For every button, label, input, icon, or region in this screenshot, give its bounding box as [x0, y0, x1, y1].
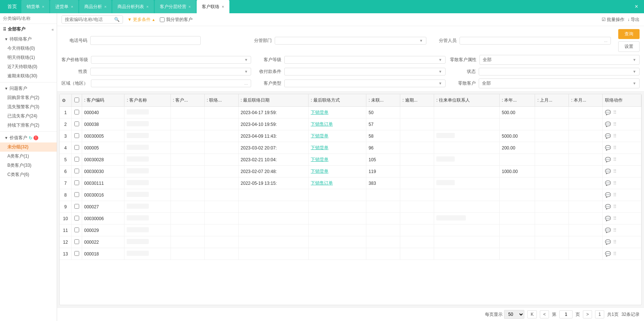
row-checkbox[interactable]: [74, 227, 79, 232]
phone-input[interactable]: [90, 36, 201, 45]
first-page-btn[interactable]: K: [527, 310, 537, 318]
grid-action-icon[interactable]: ⠿: [613, 121, 617, 127]
chat-action-icon[interactable]: 💬: [605, 204, 611, 209]
row-checkbox[interactable]: [74, 204, 79, 209]
cell-last-method[interactable]: [308, 248, 366, 260]
cell-checkbox[interactable]: [71, 189, 82, 201]
pending-contact-group[interactable]: ▼ 待联络客户: [0, 35, 57, 44]
chat-action-icon[interactable]: 💬: [605, 192, 611, 198]
cell-last-method[interactable]: [308, 201, 366, 213]
payment-select[interactable]: ▼: [284, 68, 445, 75]
sidebar-item-overdue[interactable]: 逾期未联络(30): [0, 71, 57, 81]
grid-action-icon[interactable]: ⠿: [613, 204, 617, 209]
nature-select[interactable]: ▼: [90, 68, 251, 75]
cell-last-method[interactable]: 下销售订单: [308, 119, 366, 130]
cell-checkbox[interactable]: [71, 201, 82, 213]
cell-checkbox[interactable]: [71, 177, 82, 189]
reset-button[interactable]: 设置: [618, 41, 640, 52]
row-checkbox[interactable]: [74, 192, 79, 197]
cell-checkbox[interactable]: [71, 248, 82, 260]
export-btn[interactable]: ↓ 导出: [627, 17, 640, 23]
sidebar-item-lost[interactable]: 已流失客户(24): [0, 112, 57, 121]
cell-checkbox[interactable]: [71, 225, 82, 236]
chat-action-icon[interactable]: 💬: [605, 227, 611, 233]
price-level-select[interactable]: ▼: [91, 56, 251, 64]
tab-purchase-order[interactable]: 进货单 ×: [50, 0, 78, 13]
cell-checkbox[interactable]: [71, 142, 82, 154]
grid-action-icon[interactable]: ⠿: [613, 239, 617, 245]
chat-action-icon[interactable]: 💬: [605, 110, 611, 115]
col-last-date[interactable]: : 最后联络日期: [238, 94, 308, 107]
col-code[interactable]: : 客户编码: [82, 94, 124, 107]
col-year-amount[interactable]: : 本年...: [499, 94, 535, 107]
batch-op-btn[interactable]: ☑ 批量操作: [602, 17, 624, 23]
row-checkbox[interactable]: [74, 145, 79, 150]
close-tab-customer-segment[interactable]: ×: [189, 4, 191, 9]
dept-select[interactable]: ▼: [275, 37, 426, 45]
next-page-btn[interactable]: >: [583, 310, 592, 318]
select-all-checkbox[interactable]: [74, 98, 79, 102]
cell-checkbox[interactable]: [71, 166, 82, 177]
last-page-btn[interactable]: 1: [595, 310, 604, 318]
tab-product-analysis[interactable]: 商品分析 ×: [79, 0, 112, 13]
cell-checkbox[interactable]: [71, 107, 82, 119]
col-last-method[interactable]: : 最后联络方式: [308, 94, 366, 107]
sidebar-item-b-class[interactable]: B类客户(33): [0, 161, 57, 170]
close-tab-customer-contact[interactable]: ×: [222, 4, 224, 9]
filter-search-input[interactable]: [65, 17, 113, 22]
more-filters-btn[interactable]: ▼ 更多条件 ▲: [127, 17, 155, 23]
row-checkbox[interactable]: [74, 239, 79, 244]
close-tab-purchase-order[interactable]: ×: [71, 4, 73, 9]
tab-product-analysis-list[interactable]: 商品分析列表 ×: [112, 0, 154, 13]
row-checkbox[interactable]: [74, 121, 79, 126]
tab-sales-order[interactable]: 销货单 ×: [21, 0, 49, 13]
cell-last-method[interactable]: 下销货单: [308, 130, 366, 142]
close-tab-product-analysis-list[interactable]: ×: [146, 4, 148, 9]
my-customers-checkbox[interactable]: 我分管的客户: [160, 17, 193, 23]
customer-level-select[interactable]: ▼: [284, 56, 445, 64]
chat-action-icon[interactable]: 💬: [605, 251, 611, 257]
sidebar-item-declining[interactable]: 持续下滑客户(2): [0, 121, 57, 130]
all-customers-header[interactable]: ⠿ 全部客户 «: [0, 24, 57, 35]
filter-search-icon[interactable]: 🔍: [114, 17, 120, 22]
sidebar-item-abnormal[interactable]: 回购异常客户(2): [0, 93, 57, 102]
chat-action-icon[interactable]: 💬: [605, 157, 611, 162]
chat-action-icon[interactable]: 💬: [605, 216, 611, 221]
cell-last-method[interactable]: [308, 213, 366, 225]
status-select[interactable]: ▼: [479, 68, 640, 75]
grid-action-icon[interactable]: ⠿: [613, 180, 617, 186]
current-page-input[interactable]: [559, 310, 573, 318]
home-tab[interactable]: 首页: [3, 0, 21, 13]
window-close-button[interactable]: ×: [632, 3, 641, 10]
cell-checkbox[interactable]: [71, 130, 82, 142]
grid-action-icon[interactable]: ⠿: [613, 145, 617, 151]
row-checkbox[interactable]: [74, 180, 79, 185]
sidebar-item-today[interactable]: 今天待联络(0): [0, 44, 57, 53]
col-contact[interactable]: : 联络...: [204, 94, 238, 107]
tab-customer-contact[interactable]: 客户联络 ×: [197, 0, 229, 13]
person-select[interactable]: …: [460, 37, 611, 45]
col-no-contact[interactable]: : 未联...: [366, 94, 400, 107]
grid-action-icon[interactable]: ⠿: [613, 216, 617, 221]
tab-customer-segment[interactable]: 客户分层经营 ×: [155, 0, 196, 13]
chat-action-icon[interactable]: 💬: [605, 133, 611, 139]
cell-checkbox[interactable]: [71, 213, 82, 225]
prev-page-btn[interactable]: <: [540, 310, 549, 318]
row-checkbox[interactable]: [74, 110, 79, 114]
sidebar-item-a-class[interactable]: A类客户(1): [0, 152, 57, 161]
refresh-icon[interactable]: ↻: [29, 135, 32, 141]
cell-last-method[interactable]: [308, 189, 366, 201]
sidebar-item-churn-risk[interactable]: 流失预警客户(3): [0, 102, 57, 112]
chat-action-icon[interactable]: 💬: [605, 145, 611, 151]
cell-last-method[interactable]: 下销售订单: [308, 177, 366, 189]
grid-action-icon[interactable]: ⠿: [613, 251, 617, 257]
value-customers-group[interactable]: ▼ 价值客户 ↻ !: [0, 133, 57, 142]
row-checkbox[interactable]: [74, 216, 79, 221]
cell-checkbox[interactable]: [71, 119, 82, 130]
row-checkbox[interactable]: [74, 133, 79, 138]
close-tab-product-analysis[interactable]: ×: [104, 4, 106, 9]
sidebar-item-unrated[interactable]: 未分组(32): [0, 142, 57, 152]
customer-type-select[interactable]: ▼: [284, 80, 445, 87]
col-type[interactable]: : 客户...: [170, 94, 204, 107]
col-unit-contact[interactable]: : 往来单位联系人: [434, 94, 500, 107]
